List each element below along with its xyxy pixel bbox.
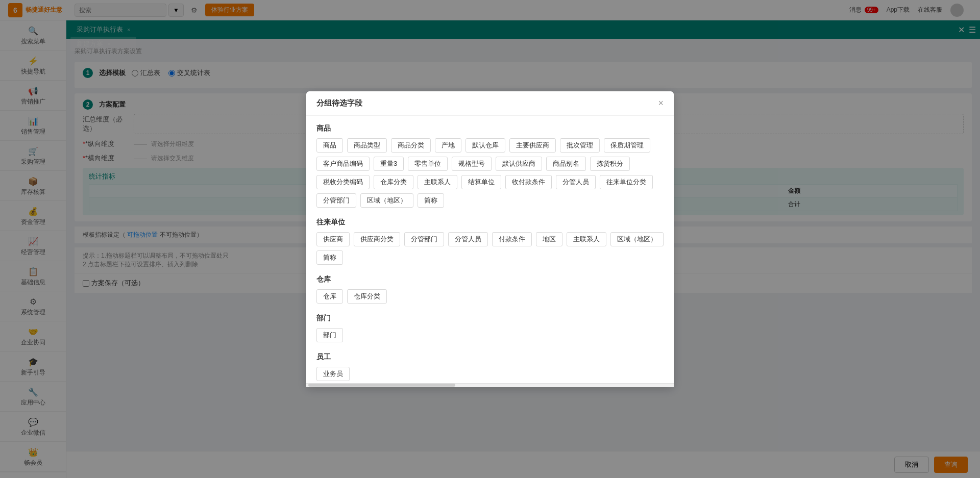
field-tag-0-22[interactable]: 分管部门 <box>316 193 356 208</box>
field-tag-0-1[interactable]: 商品类型 <box>347 138 387 153</box>
field-group-title-3: 部门 <box>316 314 664 323</box>
modal-close-button[interactable]: × <box>658 98 664 108</box>
field-tags-0: 商品商品类型商品分类产地默认仓库主要供应商批次管理保质期管理客户商品编码重量3零… <box>316 138 664 208</box>
field-group-4: 员工业务员 <box>316 353 664 381</box>
field-tag-1-1[interactable]: 供应商分类 <box>354 232 400 246</box>
field-tag-1-7[interactable]: 区域（地区） <box>610 232 664 246</box>
field-tags-1: 供应商供应商分类分管部门分管人员付款条件地区主联系人区域（地区）简称 <box>316 232 664 265</box>
field-tag-0-20[interactable]: 分管人员 <box>556 175 596 189</box>
field-group-3: 部门部门 <box>316 314 664 342</box>
field-tag-0-9[interactable]: 重量3 <box>374 157 404 171</box>
field-tag-1-5[interactable]: 地区 <box>536 232 562 246</box>
modal-header: 分组待选字段 × <box>306 91 674 116</box>
field-tag-2-0[interactable]: 仓库 <box>316 289 343 304</box>
field-tag-3-0[interactable]: 部门 <box>316 328 343 342</box>
field-group-0: 商品商品商品类型商品分类产地默认仓库主要供应商批次管理保质期管理客户商品编码重量… <box>316 124 664 208</box>
field-tag-1-4[interactable]: 付款条件 <box>492 232 532 246</box>
field-group-title-1: 往来单位 <box>316 218 664 227</box>
field-tag-1-8[interactable]: 简称 <box>316 250 343 265</box>
field-tag-0-6[interactable]: 批次管理 <box>560 138 600 153</box>
field-tag-0-2[interactable]: 商品分类 <box>391 138 431 153</box>
field-tags-4: 业务员 <box>316 367 664 381</box>
modal-overlay: 分组待选字段 × 商品商品商品类型商品分类产地默认仓库主要供应商批次管理保质期管… <box>0 0 980 478</box>
hscroll-thumb[interactable] <box>308 384 455 387</box>
field-tag-0-21[interactable]: 往来单位分类 <box>600 175 653 189</box>
field-tag-0-11[interactable]: 规格型号 <box>452 157 492 171</box>
field-tag-0-4[interactable]: 默认仓库 <box>465 138 505 153</box>
field-tag-0-5[interactable]: 主要供应商 <box>509 138 556 153</box>
field-tag-0-13[interactable]: 商品别名 <box>546 157 586 171</box>
field-group-title-0: 商品 <box>316 124 664 133</box>
field-tag-0-14[interactable]: 拣货积分 <box>590 157 630 171</box>
field-tag-0-0[interactable]: 商品 <box>316 138 343 153</box>
modal-horizontal-scrollbar[interactable] <box>306 383 674 387</box>
field-tag-0-15[interactable]: 税收分类编码 <box>316 175 370 189</box>
field-tag-2-1[interactable]: 仓库分类 <box>347 289 387 304</box>
field-group-title-2: 仓库 <box>316 275 664 284</box>
modal-title: 分组待选字段 <box>316 98 362 108</box>
field-tag-0-12[interactable]: 默认供应商 <box>496 157 542 171</box>
field-tag-4-0[interactable]: 业务员 <box>316 367 350 381</box>
modal-body[interactable]: 商品商品商品类型商品分类产地默认仓库主要供应商批次管理保质期管理客户商品编码重量… <box>306 116 674 383</box>
field-tag-0-17[interactable]: 主联系人 <box>418 175 457 189</box>
field-tag-0-3[interactable]: 产地 <box>435 138 461 153</box>
field-group-title-4: 员工 <box>316 353 664 362</box>
field-tag-0-19[interactable]: 收付款条件 <box>505 175 552 189</box>
field-tag-1-0[interactable]: 供应商 <box>316 232 350 246</box>
field-tag-0-10[interactable]: 零售单位 <box>408 157 448 171</box>
field-tag-0-7[interactable]: 保质期管理 <box>604 138 650 153</box>
field-tag-0-8[interactable]: 客户商品编码 <box>316 157 370 171</box>
field-tags-3: 部门 <box>316 328 664 342</box>
field-group-1: 往来单位供应商供应商分类分管部门分管人员付款条件地区主联系人区域（地区）简称 <box>316 218 664 265</box>
field-tag-1-3[interactable]: 分管人员 <box>448 232 488 246</box>
field-group-2: 仓库仓库仓库分类 <box>316 275 664 304</box>
field-tag-1-2[interactable]: 分管部门 <box>404 232 444 246</box>
field-tag-0-23[interactable]: 区域（地区） <box>360 193 413 208</box>
field-tag-0-16[interactable]: 仓库分类 <box>374 175 413 189</box>
field-tag-0-18[interactable]: 结算单位 <box>461 175 501 189</box>
field-tag-1-6[interactable]: 主联系人 <box>567 232 606 246</box>
field-select-modal: 分组待选字段 × 商品商品商品类型商品分类产地默认仓库主要供应商批次管理保质期管… <box>306 91 674 387</box>
field-tag-0-24[interactable]: 简称 <box>418 193 444 208</box>
field-tags-2: 仓库仓库分类 <box>316 289 664 304</box>
